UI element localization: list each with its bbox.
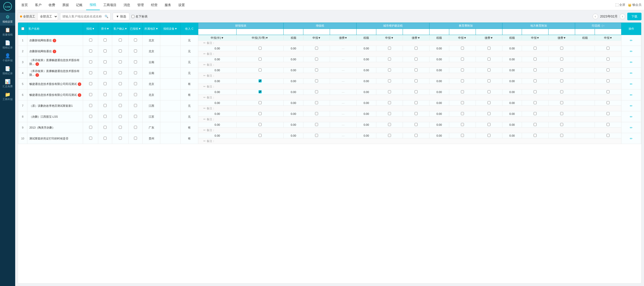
row-chengshi-jiaof[interactable] xyxy=(403,46,429,51)
done-checkbox[interactable] xyxy=(134,93,137,96)
edit-icon[interactable]: ✏ xyxy=(630,104,633,108)
row-chengshi-shenb[interactable] xyxy=(376,57,403,62)
row-baoshui-cb[interactable] xyxy=(83,122,98,133)
row-jiaoyu-shenb[interactable] xyxy=(449,111,476,117)
row-caiwu-month[interactable] xyxy=(236,46,283,51)
row-difang-jiaof[interactable] xyxy=(549,122,575,128)
difang-jiaof-checkbox[interactable] xyxy=(560,58,563,61)
row-jiaoyu-jiaof[interactable] xyxy=(476,111,502,117)
row-confirm-cb[interactable] xyxy=(112,68,129,79)
row-difang-shenb[interactable] xyxy=(522,111,549,117)
yinhua-shenb-checkbox[interactable] xyxy=(607,47,610,50)
huaka-checkbox[interactable] xyxy=(104,126,107,129)
sidebar-item-baoshui-shezhi[interactable]: ⚙ 报税设置 xyxy=(0,13,15,26)
chengshi-jiaof-checkbox[interactable] xyxy=(415,58,418,61)
row-baoshui-cb[interactable] xyxy=(83,79,98,90)
zengzhi-shenb-checkbox[interactable] xyxy=(315,90,318,93)
caiwu-month-checkbox[interactable] xyxy=(259,58,262,61)
row-jiaoyu-jiaof[interactable] xyxy=(476,68,502,73)
difang-shenb-checkbox[interactable] xyxy=(534,101,537,104)
row-done-cb[interactable] xyxy=(129,100,143,111)
row-jiaoyu-jiaof[interactable] xyxy=(476,79,502,84)
nav-fuwu[interactable]: 服务 xyxy=(161,0,175,10)
huaka-checkbox[interactable] xyxy=(104,137,107,140)
row-edit-btn[interactable]: ✏ xyxy=(621,35,641,46)
done-checkbox[interactable] xyxy=(134,39,137,42)
zengzhi-shenb-checkbox[interactable] xyxy=(315,123,318,126)
jiaoyu-shenb-checkbox[interactable] xyxy=(461,68,464,72)
sidebar-item-baoshui-jilan[interactable]: 📄 报税记录 xyxy=(0,39,15,51)
yinhua-shenb-checkbox[interactable] xyxy=(607,134,610,137)
row-chengshi-jiaof[interactable] xyxy=(403,111,429,117)
jiaoyu-jiaof-checkbox[interactable] xyxy=(487,79,491,82)
select-all-checkbox[interactable] xyxy=(21,27,24,30)
baoshui-checkbox[interactable] xyxy=(89,71,92,74)
confirm-checkbox[interactable] xyxy=(119,82,122,85)
nav-shoufei[interactable]: 收费 xyxy=(45,0,59,10)
edit-icon[interactable]: ✏ xyxy=(630,126,633,130)
confirm-checkbox[interactable] xyxy=(119,126,122,129)
employee-select-group[interactable]: 全部员工 全部员工 xyxy=(18,13,58,20)
search-box[interactable]: 🔍 xyxy=(60,13,111,20)
row-caiwu-month[interactable] xyxy=(236,68,283,73)
row-baoshui-cb[interactable] xyxy=(83,35,98,46)
row-edit-btn[interactable]: ✏ xyxy=(621,68,641,79)
row-zengzhi-shenb[interactable] xyxy=(303,57,330,62)
baoshui-checkbox[interactable] xyxy=(89,39,92,42)
row-yinhua-shenb[interactable] xyxy=(595,111,621,117)
row-baoshui-cb[interactable] xyxy=(83,90,98,100)
edit-icon[interactable]: ✏ xyxy=(630,49,633,53)
sidebar-item-geren-shenqing[interactable]: 👤 个税申报 xyxy=(0,51,15,64)
nav-shezhi[interactable]: 设置 xyxy=(175,0,188,10)
difang-jiaof-checkbox[interactable] xyxy=(560,101,563,104)
nav-piaojv[interactable]: 票据 xyxy=(59,0,72,10)
row-zengzhi-shenb[interactable] xyxy=(303,46,330,51)
yinhua-shenb-checkbox[interactable] xyxy=(607,58,610,61)
zengzhi-shenb-checkbox[interactable] xyxy=(315,47,318,50)
jiaoyu-jiaof-checkbox[interactable] xyxy=(487,101,491,104)
row-zengzhi-shenb[interactable] xyxy=(303,122,330,128)
chengshi-jiaof-checkbox[interactable] xyxy=(415,47,418,50)
row-jiaoyu-jiaof[interactable] xyxy=(476,90,502,95)
row-yinhua-shenb[interactable] xyxy=(595,90,621,95)
row-jiaoyu-jiaof[interactable] xyxy=(476,122,502,128)
row-jiaoyu-jiaof[interactable] xyxy=(476,46,502,51)
chengshi-shenb-checkbox[interactable] xyxy=(388,112,391,115)
chengshi-jiaof-checkbox[interactable] xyxy=(415,90,418,93)
confirm-checkbox[interactable] xyxy=(119,93,122,96)
caiwu-month-checkbox[interactable] xyxy=(259,90,262,93)
row-jiaoyu-jiaof[interactable] xyxy=(476,100,502,106)
row-baoshui-cb[interactable] xyxy=(83,57,98,68)
row-zengzhi-shenb[interactable] xyxy=(303,68,330,73)
row-yinhua-shenb[interactable] xyxy=(595,68,621,73)
row-difang-jiaof[interactable] xyxy=(549,133,575,138)
chengshi-shenb-checkbox[interactable] xyxy=(388,68,391,72)
caiwu-month-checkbox[interactable] xyxy=(259,134,262,137)
chengshi-jiaof-checkbox[interactable] xyxy=(415,112,418,115)
yinhua-shenb-checkbox[interactable] xyxy=(607,90,610,93)
row-edit-btn[interactable]: ✏ xyxy=(621,111,641,122)
edit-icon[interactable]: ✏ xyxy=(630,71,633,75)
row-jiaoyu-jiaof[interactable] xyxy=(476,133,502,138)
row-confirm-cb[interactable] xyxy=(112,46,129,57)
row-jiaoyu-shenb[interactable] xyxy=(449,133,476,138)
row-edit-btn[interactable]: ✏ xyxy=(621,100,641,111)
edit-icon[interactable]: ✏ xyxy=(630,137,633,140)
row-chengshi-jiaof[interactable] xyxy=(403,68,429,73)
jiaoyu-jiaof-checkbox[interactable] xyxy=(487,58,491,61)
row-confirm-cb[interactable] xyxy=(112,57,129,68)
row-confirm-cb[interactable] xyxy=(112,133,129,144)
chengshi-shenb-checkbox[interactable] xyxy=(388,58,391,61)
baoshui-checkbox[interactable] xyxy=(89,93,92,96)
row-chengshi-jiaof[interactable] xyxy=(403,57,429,62)
row-confirm-cb[interactable] xyxy=(112,122,129,133)
difang-jiaof-checkbox[interactable] xyxy=(560,90,563,93)
difang-jiaof-checkbox[interactable] xyxy=(560,112,563,115)
row-difang-shenb[interactable] xyxy=(522,79,549,84)
row-chengshi-jiaof[interactable] xyxy=(403,90,429,95)
baoshui-checkbox[interactable] xyxy=(89,104,92,107)
row-zengzhi-shenb[interactable] xyxy=(303,111,330,117)
row-chengshi-jiaof[interactable] xyxy=(403,122,429,128)
nav-guanli[interactable]: 管理 xyxy=(134,0,147,10)
chengshi-shenb-checkbox[interactable] xyxy=(388,101,391,104)
